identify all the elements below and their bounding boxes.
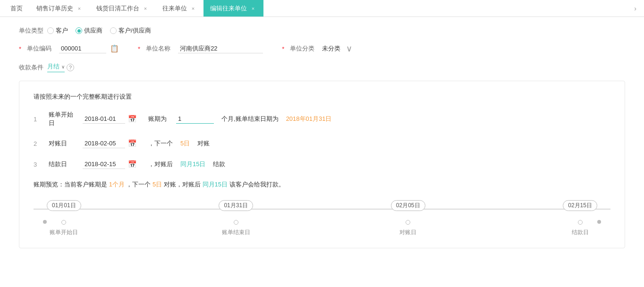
radio-group-unit-type: 客户 供应商 客户/供应商: [47, 26, 151, 35]
radio-customer-circle: [47, 27, 54, 34]
row-3-date-box: 2018-02-15 📅: [83, 160, 137, 169]
payment-label: 收款条件: [19, 63, 43, 72]
code-calendar-icon[interactable]: 📋: [110, 44, 119, 53]
radio-supplier-label: 供应商: [84, 26, 102, 35]
row-1-calendar-icon[interactable]: 📅: [128, 115, 137, 123]
radio-customer-label: 客户: [56, 26, 68, 35]
unit-info-row: * 单位编码 📋 * 单位名称 * 单位分类 未分类 ∨: [19, 43, 625, 54]
tab-nav-arrow[interactable]: ›: [630, 0, 640, 17]
preview-part1-highlight: 1个月: [109, 181, 125, 188]
timeline-left-endpoint: [43, 220, 47, 224]
tab-sales-history-label: 销售订单历史: [36, 4, 73, 13]
tab-partner-units-label: 往来单位: [162, 4, 187, 13]
preview-suffix: 该客户会给我打款。: [229, 181, 285, 188]
section-title: 请按照未来的一个完整帐期进行设置: [34, 93, 610, 101]
timeline-right-endpoint: [597, 220, 601, 224]
row-2-date-value: 2018-02-05: [83, 139, 125, 148]
preview-part3-text: 对账，对账后: [164, 181, 201, 188]
category-star: *: [282, 45, 284, 52]
row-1-after-label: 账期为: [148, 115, 167, 123]
code-input[interactable]: [59, 44, 106, 53]
row-3-num: 3: [34, 161, 43, 168]
timeline-dot-2: [406, 220, 410, 225]
payment-chevron-icon: ∨: [61, 64, 65, 69]
timeline-dot-3: [578, 220, 583, 225]
row-1-date-value: 2018-01-01: [83, 114, 125, 124]
tab-edit-partner-label: 编辑往来单位: [210, 4, 247, 13]
row-1-field-label: 账单开始日: [49, 110, 77, 127]
radio-both-circle: [110, 27, 117, 34]
row-2-after-highlight: 5日: [180, 139, 190, 148]
row-2-date-box: 2018-02-05 📅: [83, 139, 137, 148]
name-label: 单位名称: [146, 44, 170, 53]
timeline-label-2: 对账日: [399, 228, 416, 236]
row-2-calendar-icon[interactable]: 📅: [128, 139, 137, 148]
row-1-date-box: 2018-01-01 📅: [83, 114, 137, 124]
tab-edit-partner[interactable]: 编辑往来单位 ×: [203, 0, 263, 17]
tab-sales-history-close[interactable]: ×: [76, 5, 83, 12]
payment-select-group[interactable]: 月结 ∨: [47, 62, 65, 72]
row-2-after-label: ，下一个: [148, 139, 173, 148]
row-3-after-suffix: 结款: [213, 160, 225, 169]
timeline-point-0: 01月01日 账单开始日: [47, 200, 81, 236]
settings-section: 请按照未来的一个完整帐期进行设置 1 账单开始日 2018-01-01 📅 账期…: [19, 81, 625, 248]
timeline-dot-1: [234, 220, 238, 225]
timeline-badge-1: 01月31日: [219, 200, 253, 211]
timeline-point-2: 02月05日 对账日: [391, 200, 425, 236]
row-2-after-suffix: 对账: [197, 139, 210, 148]
tab-cash-ledger-close[interactable]: ×: [142, 5, 149, 12]
preview-prefix: 账期预览：当前客户账期是: [34, 181, 107, 188]
timeline-point-3: 02月15日 结款日: [563, 200, 597, 236]
row-1-num: 1: [34, 116, 43, 123]
timeline-points: 01月01日 账单开始日 01月31日 账单结束日 02月05日 对账日 02月…: [47, 200, 597, 236]
radio-customer[interactable]: 客户: [47, 26, 68, 35]
code-label: 单位编码: [27, 44, 51, 53]
category-label: 单位分类: [290, 44, 314, 53]
timeline-point-1: 01月31日 账单结束日: [219, 200, 253, 236]
payment-help-icon[interactable]: ?: [67, 64, 74, 71]
timeline-label-3: 结款日: [572, 228, 589, 236]
preview-part3-highlight: 同月15日: [203, 181, 228, 188]
setting-row-3: 3 结款日 2018-02-15 📅 ，对账后 同月15日 结款: [34, 160, 610, 169]
row-3-after-label: ，对账后: [148, 160, 173, 169]
tabs-bar: 首页 销售订单历史 × 钱货日清工作台 × 往来单位 × 编辑往来单位 × ›: [0, 0, 644, 17]
preview-part2-text: ，下一个: [126, 181, 151, 188]
row-3-field-label: 结款日: [49, 160, 77, 169]
timeline-badge-0: 01月01日: [47, 200, 81, 211]
timeline: 01月01日 账单开始日 01月31日 账单结束日 02月05日 对账日 02月…: [34, 200, 610, 236]
tab-sales-history[interactable]: 销售订单历史 ×: [30, 0, 90, 17]
tab-cash-ledger-label: 钱货日清工作台: [96, 4, 139, 13]
tab-partner-units-close[interactable]: ×: [190, 5, 196, 12]
name-input[interactable]: [178, 44, 263, 53]
setting-row-1: 1 账单开始日 2018-01-01 📅 账期为 个月,账单结束日期为 2018…: [34, 110, 610, 127]
radio-supplier[interactable]: 供应商: [76, 26, 102, 35]
radio-supplier-circle: [76, 27, 82, 34]
name-star: *: [138, 45, 140, 52]
row-1-period-highlight: 2018年01月31日: [286, 115, 332, 123]
row-1-period-input[interactable]: [176, 114, 214, 124]
preview-text: 账期预览：当前客户账期是 1个月 ，下一个 5日 对账，对账后 同月15日 该客…: [34, 180, 610, 189]
timeline-badge-2: 02月05日: [391, 200, 425, 211]
row-1-period-suffix: 个月,账单结束日期为: [221, 115, 279, 123]
category-value: 未分类: [322, 44, 340, 53]
row-2-num: 2: [34, 140, 43, 147]
tab-home-label: 首页: [10, 4, 23, 13]
category-dropdown-icon[interactable]: ∨: [346, 43, 352, 54]
row-2-field-label: 对账日: [49, 139, 77, 148]
tab-home[interactable]: 首页: [4, 0, 30, 17]
row-3-date-value: 2018-02-15: [83, 160, 125, 169]
code-star: *: [19, 45, 21, 52]
code-field-group: * 单位编码 📋: [19, 44, 119, 53]
page-content: 单位类型 客户 供应商 客户/供应商 * 单位编码 📋 * 单位名称: [0, 17, 644, 287]
tab-partner-units[interactable]: 往来单位 ×: [156, 0, 203, 17]
radio-both[interactable]: 客户/供应商: [110, 26, 151, 35]
name-field-group: * 单位名称: [138, 44, 263, 53]
setting-row-2: 2 对账日 2018-02-05 📅 ，下一个 5日 对账: [34, 139, 610, 148]
payment-value: 月结: [47, 62, 59, 71]
tab-edit-partner-close[interactable]: ×: [250, 5, 256, 12]
unit-type-row: 单位类型 客户 供应商 客户/供应商: [19, 26, 625, 35]
row-3-after-highlight: 同月15日: [180, 160, 205, 169]
row-3-calendar-icon[interactable]: 📅: [128, 160, 137, 169]
payment-row: 收款条件 月结 ∨ ?: [19, 62, 625, 72]
tab-cash-ledger[interactable]: 钱货日清工作台 ×: [90, 0, 156, 17]
